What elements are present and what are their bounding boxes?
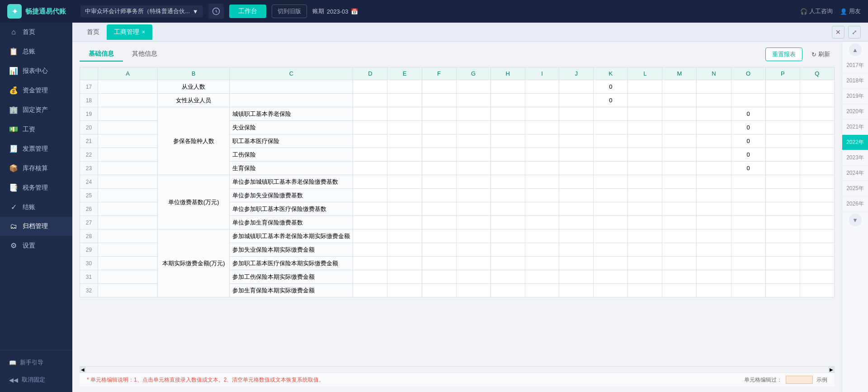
cell-p-21[interactable] xyxy=(765,134,800,148)
cell-k-27[interactable] xyxy=(594,216,628,229)
cell-k-30[interactable] xyxy=(594,257,628,270)
cell-d-28[interactable] xyxy=(353,229,387,243)
cell-f-20[interactable] xyxy=(422,121,456,134)
cell-l-18[interactable] xyxy=(628,94,662,107)
cell-o-26[interactable] xyxy=(731,202,765,216)
year-item-2025年[interactable]: 2025年 xyxy=(842,181,868,196)
cell-q-27[interactable] xyxy=(800,216,834,229)
cell-p-27[interactable] xyxy=(765,216,800,229)
sidebar-item-closing[interactable]: ✓ 结账 xyxy=(0,197,72,217)
cell-g-17[interactable] xyxy=(456,80,491,94)
cell-o-30[interactable] xyxy=(731,257,765,270)
cell-e-27[interactable] xyxy=(387,216,422,229)
hscroll-inner[interactable] xyxy=(86,367,828,373)
cell-h-18[interactable] xyxy=(491,94,525,107)
cell-i-27[interactable] xyxy=(525,216,559,229)
cell-p-25[interactable] xyxy=(765,189,800,202)
tab-home[interactable]: 首页 xyxy=(80,24,107,40)
cell-o-17[interactable] xyxy=(731,80,765,94)
cell-b-19[interactable]: 参保各险种人数 xyxy=(157,107,229,175)
cell-l-32[interactable] xyxy=(628,284,662,297)
cell-n-25[interactable] xyxy=(697,189,731,202)
cell-c-24[interactable]: 单位参加城镇职工基本养老保险缴费基数 xyxy=(230,175,353,189)
cell-i-19[interactable] xyxy=(525,107,559,121)
cell-j-18[interactable] xyxy=(559,94,594,107)
cell-f-19[interactable] xyxy=(422,107,456,121)
cell-e-25[interactable] xyxy=(387,189,422,202)
cell-d-30[interactable] xyxy=(353,257,387,270)
cell-c-30[interactable]: 参加职工基本医疗保险本期实际缴费金额 xyxy=(230,257,353,270)
subtab-other[interactable]: 其他信息 xyxy=(123,47,166,62)
cell-o-19[interactable]: 0 xyxy=(731,107,765,121)
company-icon-btn[interactable] xyxy=(208,4,224,19)
cell-f-31[interactable] xyxy=(422,270,456,284)
cell-f-30[interactable] xyxy=(422,257,456,270)
cell-o-20[interactable]: 0 xyxy=(731,121,765,134)
cell-l-31[interactable] xyxy=(628,270,662,284)
cell-o-18[interactable] xyxy=(731,94,765,107)
cell-e-26[interactable] xyxy=(387,202,422,216)
cell-q-18[interactable] xyxy=(800,94,834,107)
cell-i-17[interactable] xyxy=(525,80,559,94)
cell-i-24[interactable] xyxy=(525,175,559,189)
cell-g-19[interactable] xyxy=(456,107,491,121)
cell-h-27[interactable] xyxy=(491,216,525,229)
cell-g-20[interactable] xyxy=(456,121,491,134)
cell-f-18[interactable] xyxy=(422,94,456,107)
cell-g-22[interactable] xyxy=(456,148,491,162)
cell-k-28[interactable] xyxy=(594,229,628,243)
cell-e-20[interactable] xyxy=(387,121,422,134)
cell-k-25[interactable] xyxy=(594,189,628,202)
cell-b-24[interactable]: 单位缴费基数(万元) xyxy=(157,175,229,229)
cell-g-32[interactable] xyxy=(456,284,491,297)
cell-n-26[interactable] xyxy=(697,202,731,216)
cell-c-29[interactable]: 参加失业保险本期实际缴费金额 xyxy=(230,243,353,257)
cell-j-21[interactable] xyxy=(559,134,594,148)
cell-k-20[interactable] xyxy=(594,121,628,134)
cell-a-18[interactable] xyxy=(98,94,158,107)
cell-i-20[interactable] xyxy=(525,121,559,134)
cell-h-28[interactable] xyxy=(491,229,525,243)
cell-q-26[interactable] xyxy=(800,202,834,216)
cell-p-20[interactable] xyxy=(765,121,800,134)
cell-d-32[interactable] xyxy=(353,284,387,297)
cell-j-23[interactable] xyxy=(559,162,594,175)
cell-k-31[interactable] xyxy=(594,270,628,284)
cell-k-24[interactable] xyxy=(594,175,628,189)
cell-p-29[interactable] xyxy=(765,243,800,257)
cell-q-19[interactable] xyxy=(800,107,834,121)
refresh-button[interactable]: ↻ 刷新 xyxy=(807,48,835,61)
cell-k-22[interactable] xyxy=(594,148,628,162)
cell-n-28[interactable] xyxy=(697,229,731,243)
cell-q-32[interactable] xyxy=(800,284,834,297)
cell-c-19[interactable]: 城镇职工基本养老保险 xyxy=(230,107,353,121)
user-avatar[interactable]: 👤 用友 xyxy=(840,7,861,15)
cell-j-19[interactable] xyxy=(559,107,594,121)
sheet-scroll-area[interactable]: ABCDEFGHIJKLMNOPQ 17从业人数018女性从业人员019参保各险… xyxy=(80,67,835,366)
cell-n-20[interactable] xyxy=(697,121,731,134)
cell-q-25[interactable] xyxy=(800,189,834,202)
cell-c-23[interactable]: 生育保险 xyxy=(230,162,353,175)
cell-e-31[interactable] xyxy=(387,270,422,284)
cell-f-23[interactable] xyxy=(422,162,456,175)
cell-c-26[interactable]: 单位参加职工基本医疗保险缴费基数 xyxy=(230,202,353,216)
cell-f-21[interactable] xyxy=(422,134,456,148)
cell-i-25[interactable] xyxy=(525,189,559,202)
cell-k-23[interactable] xyxy=(594,162,628,175)
year-item-2019年[interactable]: 2019年 xyxy=(842,89,868,104)
cell-l-26[interactable] xyxy=(628,202,662,216)
subtab-basic[interactable]: 基础信息 xyxy=(80,47,123,62)
sidebar-item-assets[interactable]: 🏢 固定资产 xyxy=(0,100,72,120)
cell-l-20[interactable] xyxy=(628,121,662,134)
cell-j-22[interactable] xyxy=(559,148,594,162)
cell-i-31[interactable] xyxy=(525,270,559,284)
tab-industry[interactable]: 工商管理 × xyxy=(107,24,152,40)
cell-a-23[interactable] xyxy=(98,162,158,175)
cell-q-28[interactable] xyxy=(800,229,834,243)
cell-o-21[interactable]: 0 xyxy=(731,134,765,148)
year-item-2023年[interactable]: 2023年 xyxy=(842,150,868,166)
cell-f-24[interactable] xyxy=(422,175,456,189)
cell-i-32[interactable] xyxy=(525,284,559,297)
cell-g-21[interactable] xyxy=(456,134,491,148)
cell-h-31[interactable] xyxy=(491,270,525,284)
